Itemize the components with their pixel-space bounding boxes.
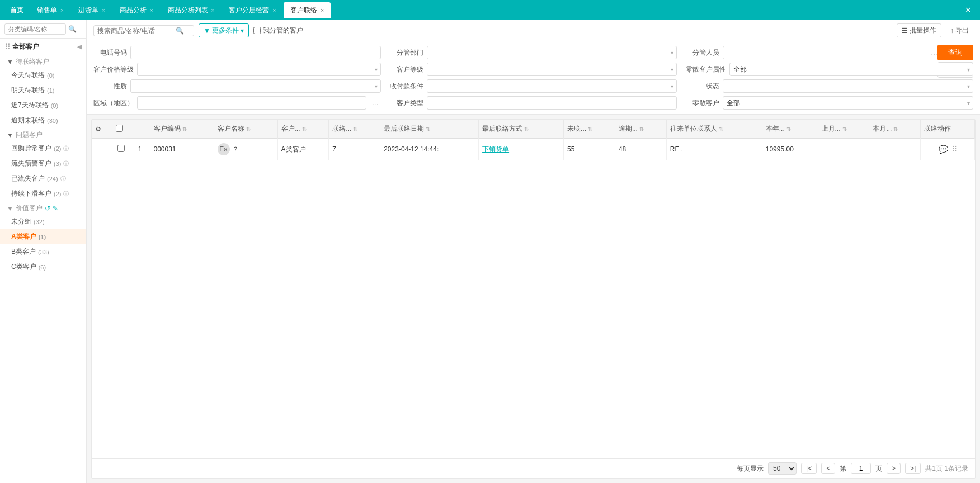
filter-payment-select[interactable]	[427, 79, 677, 93]
prev-page-button[interactable]: <	[821, 463, 835, 474]
sort-this-month-icon[interactable]: ⇅	[893, 126, 898, 132]
more-filters-button[interactable]: ▼ 更多条件 ▾	[199, 23, 249, 37]
filter-person: 分管人员 … 查询 设置	[686, 46, 973, 59]
close-customer-layered-icon[interactable]: ×	[272, 7, 276, 13]
filter-nature-select[interactable]	[130, 79, 381, 93]
row-this-month-cell	[869, 139, 921, 160]
tab-sales-order[interactable]: 销售单 ×	[30, 2, 70, 18]
sidebar-value-section-header: ▼ 价值客户 ↺ ✎	[0, 201, 86, 214]
query-button[interactable]: 查询	[937, 45, 973, 60]
row-not-contacted-cell: 55	[564, 139, 615, 160]
sidebar-item-tomorrow-pending[interactable]: 明天待联络 (1)	[0, 83, 86, 98]
export-button[interactable]: ↑ 导出	[946, 24, 973, 37]
first-page-button[interactable]: |<	[801, 463, 817, 474]
sidebar-item-7day-pending[interactable]: 近7天待联络 (0)	[0, 98, 86, 113]
close-sales-order-icon[interactable]: ×	[60, 7, 64, 13]
sort-contact-icon[interactable]: ⇅	[353, 126, 357, 132]
th-this-year: 本年... ⇅	[762, 120, 818, 139]
row-select-checkbox[interactable]	[117, 145, 125, 152]
info-icon-repurchase: ⓘ	[63, 145, 69, 153]
last-page-button[interactable]: >|	[905, 463, 921, 474]
sidebar-item-overdue-pending[interactable]: 逾期未联络 (30)	[0, 113, 86, 128]
filter-price-level-select[interactable]	[137, 63, 381, 76]
sidebar-all-customers-header[interactable]: ⠿ 全部客户 ◀	[0, 39, 86, 55]
sidebar-item-class-b[interactable]: B类客户 (33)	[0, 244, 86, 259]
refresh-icon[interactable]: ↺	[45, 205, 50, 212]
close-product-analysis-icon[interactable]: ×	[150, 7, 153, 13]
window-close-button[interactable]: ×	[960, 4, 976, 16]
batch-icon: ☰	[902, 27, 908, 35]
filter-retail-customer-select[interactable]: 全部	[723, 96, 973, 110]
last-contact-method-link[interactable]: 下销货单	[482, 145, 509, 153]
sort-last-date-icon[interactable]: ⇅	[426, 126, 430, 132]
my-customers-checkbox[interactable]	[253, 27, 261, 34]
region-ellipsis-icon[interactable]: …	[370, 99, 381, 107]
edit-icon[interactable]: ✎	[53, 205, 58, 212]
collapse-icon[interactable]: ◀	[77, 44, 82, 50]
home-tab[interactable]: 首页	[4, 6, 29, 15]
toolbar-search-icon[interactable]: 🔍	[176, 27, 184, 35]
grid-icon: ⠿	[4, 42, 10, 51]
sort-category-icon[interactable]: ⇅	[302, 126, 307, 132]
sidebar-item-ungrouped[interactable]: 未分组 (32)	[0, 214, 86, 229]
tab-product-analysis-list[interactable]: 商品分析列表 ×	[161, 2, 222, 18]
filter-phone-input[interactable]	[130, 46, 381, 59]
row-category-cell: A类客户	[277, 139, 329, 160]
sort-overdue-icon[interactable]: ⇅	[639, 126, 644, 132]
toolbar-search-input[interactable]	[97, 27, 176, 35]
sidebar-item-loss-warning[interactable]: 流失预警客户 (3) ⓘ	[0, 156, 86, 171]
filter-region-input[interactable]	[137, 96, 366, 110]
sidebar-item-declining[interactable]: 持续下滑客户 (2) ⓘ	[0, 186, 86, 201]
sort-this-year-icon[interactable]: ⇅	[786, 126, 791, 132]
next-page-button[interactable]: >	[887, 463, 901, 474]
table-scroll-area[interactable]: ⚙ 客户编码 ⇅	[92, 120, 975, 458]
toolbar-search-box: 🔍	[93, 25, 194, 36]
filter-dept-select[interactable]	[427, 46, 677, 59]
row-last-date-cell: 2023-04-12 14:44:	[380, 139, 479, 160]
sort-not-contacted-icon[interactable]: ⇅	[588, 126, 592, 132]
customer-avatar: Ea	[218, 143, 230, 155]
sort-unit-contact-icon[interactable]: ⇅	[719, 126, 723, 132]
tab-customer-contact[interactable]: 客户联络 ×	[284, 2, 331, 18]
sidebar-item-class-c[interactable]: C类客户 (6)	[0, 259, 86, 274]
row-name-cell: Ea ？	[214, 139, 277, 160]
my-customers-checkbox-area[interactable]: 我分管的客户	[253, 26, 303, 35]
sidebar-item-lost[interactable]: 已流失客户 (24) ⓘ	[0, 171, 86, 186]
page-size-select[interactable]: 50 10 20 100	[768, 462, 797, 475]
sort-last-method-icon[interactable]: ⇅	[524, 126, 529, 132]
settings-gear-icon[interactable]: ⚙	[95, 125, 101, 133]
tab-customer-layered[interactable]: 客户分层经营 ×	[222, 2, 282, 18]
page-number-input[interactable]	[851, 463, 871, 474]
sidebar-item-repurchase-abnormal[interactable]: 回购异常客户 (2) ⓘ	[0, 141, 86, 156]
tab-purchase-order[interactable]: 进货单 ×	[72, 2, 112, 18]
tab-product-analysis[interactable]: 商品分析 ×	[113, 2, 160, 18]
filter-level: 客户等级 ▾	[390, 63, 677, 76]
sidebar-item-class-a[interactable]: A类客户 (1)	[0, 229, 86, 244]
select-all-checkbox[interactable]	[116, 125, 123, 132]
more-action-icon[interactable]: ⠿	[951, 145, 957, 154]
sort-name-icon[interactable]: ⇅	[246, 126, 251, 132]
sidebar-search-icon[interactable]: 🔍	[68, 25, 77, 33]
main-layout: 🔍 ⠿ 全部客户 ◀ ▼ 待联络客户 今天待联络 (0) 明天待联络 (1) 近…	[0, 20, 980, 483]
filter-icon: ▼	[204, 27, 210, 35]
chat-action-icon[interactable]: 💬	[939, 145, 948, 154]
table-header-row: ⚙ 客户编码 ⇅	[92, 120, 975, 139]
close-purchase-order-icon[interactable]: ×	[102, 7, 105, 13]
batch-operations-button[interactable]: ☰ 批量操作	[897, 23, 941, 37]
th-last-month: 上月... ⇅	[818, 120, 869, 139]
close-product-analysis-list-icon[interactable]: ×	[211, 7, 215, 13]
sidebar-search-input[interactable]	[4, 23, 66, 35]
close-customer-contact-icon[interactable]: ×	[321, 7, 324, 13]
filter-customer-type: 客户类型	[390, 96, 677, 110]
th-last-date: 最后联络日期 ⇅	[380, 120, 479, 139]
chevron-down-icon: ▾	[241, 27, 244, 35]
filter-dept: 分管部门 ▾	[390, 46, 677, 59]
th-last-method: 最后联络方式 ⇅	[479, 120, 564, 139]
filter-customer-type-input[interactable]	[427, 96, 677, 110]
filter-level-select[interactable]	[427, 63, 677, 76]
sort-code-icon[interactable]: ⇅	[182, 126, 187, 132]
sidebar-item-today-pending[interactable]: 今天待联络 (0)	[0, 68, 86, 83]
sort-last-month-icon[interactable]: ⇅	[842, 126, 847, 132]
filter-retail-attr-select[interactable]: 全部	[729, 63, 973, 76]
filter-status-select[interactable]	[723, 79, 973, 93]
